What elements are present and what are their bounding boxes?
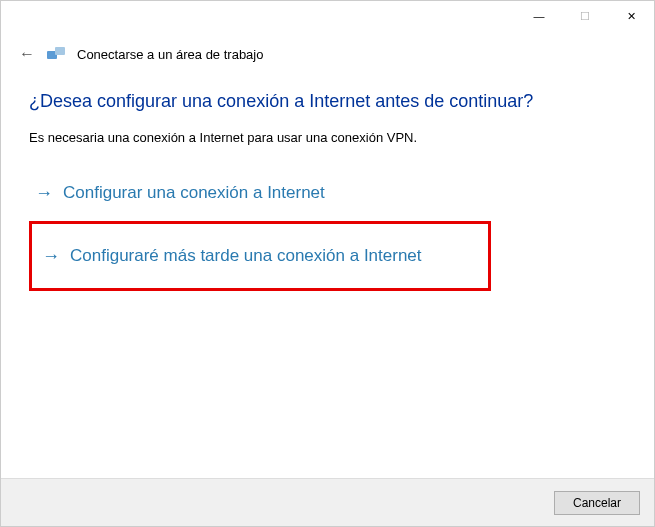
arrow-right-icon: → <box>42 247 60 265</box>
wizard-footer: Cancelar <box>1 478 654 526</box>
workplace-icon <box>47 47 65 61</box>
close-button[interactable]: ✕ <box>608 1 654 31</box>
page-subtext: Es necesaria una conexión a Internet par… <box>29 130 626 145</box>
page-heading: ¿Desea configurar una conexión a Interne… <box>29 91 626 112</box>
annotation-highlight: → Configuraré más tarde una conexión a I… <box>29 221 491 291</box>
option-configure-later[interactable]: → Configuraré más tarde una conexión a I… <box>36 236 484 276</box>
option-configure-now[interactable]: → Configurar una conexión a Internet <box>29 173 626 213</box>
back-arrow-icon[interactable]: ← <box>19 45 35 63</box>
wizard-content: ¿Desea configurar una conexión a Interne… <box>1 71 654 291</box>
minimize-button[interactable]: — <box>516 1 562 31</box>
option-label: Configurar una conexión a Internet <box>63 183 325 203</box>
maximize-button: ☐ <box>562 1 608 31</box>
cancel-button[interactable]: Cancelar <box>554 491 640 515</box>
arrow-right-icon: → <box>35 184 53 202</box>
window-titlebar: — ☐ ✕ <box>1 1 654 31</box>
option-label: Configuraré más tarde una conexión a Int… <box>70 246 422 266</box>
svg-rect-1 <box>55 47 65 55</box>
wizard-header: ← Conectarse a un área de trabajo <box>1 31 654 71</box>
wizard-title: Conectarse a un área de trabajo <box>77 47 263 62</box>
